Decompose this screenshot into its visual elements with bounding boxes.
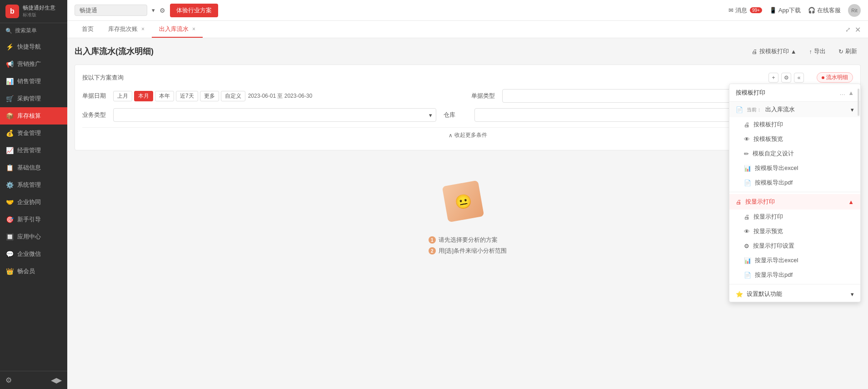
- template-export-excel-label: 按模板导出excel: [755, 164, 798, 172]
- chevron-up-icon: ∧: [449, 132, 453, 139]
- sidebar-item-purchase[interactable]: 🛒 采购管理: [0, 90, 67, 107]
- tabs-expand-icon[interactable]: ⤢: [845, 26, 851, 33]
- date-range-text: 2023-06-01 至 2023-06-30: [248, 92, 312, 100]
- display-print-header-icon: 🖨: [736, 199, 742, 205]
- sidebar-item-finance[interactable]: 💰 资金管理: [0, 125, 67, 142]
- sidebar-label-purchase: 采购管理: [17, 95, 41, 103]
- filter-settings-btn[interactable]: ⚙: [781, 73, 791, 83]
- sidebar-item-quick-nav[interactable]: ⚡ 快捷导航: [0, 38, 67, 55]
- dropdown-template-export-pdf[interactable]: 📄 按模板导出pdf: [729, 175, 860, 190]
- current-dropdown-arrow[interactable]: ▾: [851, 106, 854, 113]
- empty-face-icon: 😐: [454, 192, 473, 211]
- refresh-icon: ↻: [838, 48, 843, 55]
- date-quick-this-month[interactable]: 本月: [134, 91, 153, 101]
- template-excel-icon: 📊: [744, 165, 751, 172]
- tab-batch-close[interactable]: ×: [141, 26, 145, 32]
- dropdown-template-preview[interactable]: 👁 按模板预览: [729, 132, 860, 146]
- date-quick-last-month[interactable]: 上月: [113, 91, 132, 101]
- dropdown-up-icon[interactable]: ▲: [848, 90, 854, 96]
- topbar-left: ▾ ⚙ 体验行业方案: [75, 4, 218, 17]
- dropdown-display-preview[interactable]: 👁 按显示预览: [729, 224, 860, 239]
- display-pdf-icon: 📄: [744, 272, 751, 279]
- add-icon: +: [772, 75, 775, 81]
- search-label: 搜索菜单: [15, 27, 37, 35]
- date-range: 2023-06-01 至 2023-06-30: [248, 92, 312, 100]
- dropdown-display-print-settings[interactable]: ⚙ 按显示打印设置: [729, 239, 860, 253]
- sidebar-label-marketing: 营销推广: [17, 60, 41, 68]
- tab-flow-close[interactable]: ×: [192, 26, 195, 32]
- user-name: Rit: [851, 8, 857, 13]
- sidebar-item-sales[interactable]: 📊 销售管理: [0, 73, 67, 90]
- sidebar-item-wechat[interactable]: 💬 企业微信: [0, 245, 67, 263]
- dropdown-template-customize[interactable]: ✏ 模板自定义设计: [729, 146, 860, 161]
- collapse-sidebar-icon[interactable]: ◀▶: [51, 376, 62, 384]
- sidebar-label-operation: 经营管理: [17, 146, 41, 155]
- system-icon: ⚙️: [5, 181, 14, 189]
- tab-batch[interactable]: 库存批次账 ×: [101, 21, 152, 38]
- filter-add-btn[interactable]: +: [768, 73, 778, 83]
- current-value: 出入库流水: [765, 105, 795, 114]
- empty-tip-2: 2 用[选]条件来缩小分析范围: [429, 247, 507, 255]
- filter-tag[interactable]: 流水明细: [817, 72, 853, 83]
- dropdown-template-export-excel[interactable]: 📊 按模板导出excel: [729, 161, 860, 175]
- sidebar-item-inventory[interactable]: 📦 库存核算: [0, 107, 67, 125]
- dropdown-display-export-pdf[interactable]: 📄 按显示导出pdf: [729, 268, 860, 282]
- date-quick-more[interactable]: 更多: [200, 91, 219, 101]
- sidebar-item-collab[interactable]: 🤝 企业协同: [0, 194, 67, 211]
- app-download-btn[interactable]: 📱 App下载: [769, 6, 801, 15]
- breadcrumb-input[interactable]: [75, 5, 147, 16]
- dropdown-display-export-excel[interactable]: 📊 按显示导出excel: [729, 253, 860, 268]
- settings-bottom-icon[interactable]: ⚙: [5, 376, 12, 384]
- marketing-icon: 📢: [5, 60, 14, 68]
- date-quick-custom[interactable]: 自定义: [221, 91, 245, 101]
- breadcrumb-dropdown-btn[interactable]: ▾: [152, 7, 155, 14]
- date-quick-7days[interactable]: 近7天: [176, 91, 198, 101]
- user-avatar[interactable]: Rit: [848, 4, 861, 17]
- print-template-btn[interactable]: 🖨 按模板打印 ▲: [748, 45, 800, 57]
- sidebar-logo: b 畅捷通好生意 标准版: [0, 0, 67, 23]
- sidebar-label-inventory: 库存核算: [17, 112, 41, 120]
- export-btn[interactable]: ↑ 导出: [806, 45, 830, 57]
- sidebar-item-member[interactable]: 👑 畅会员: [0, 263, 67, 280]
- app-center-icon: 🔲: [5, 233, 14, 240]
- filter-collapse-btn[interactable]: «: [794, 73, 804, 83]
- sidebar-search[interactable]: 🔍 搜索菜单: [0, 23, 67, 38]
- wechat-icon: 💬: [5, 250, 14, 258]
- tab-home[interactable]: 首页: [75, 21, 101, 38]
- scrollbar-thumb: [858, 89, 859, 116]
- sidebar-item-guide[interactable]: 🎯 新手引导: [0, 211, 67, 228]
- dropdown-scrollbar[interactable]: [858, 89, 859, 297]
- business-select[interactable]: ▾: [113, 108, 436, 122]
- dropdown-more-icon[interactable]: …: [839, 90, 845, 96]
- refresh-btn[interactable]: ↻ 刷新: [835, 45, 861, 57]
- app-name-block: 畅捷通好生意 标准版: [23, 5, 55, 18]
- basic-icon: 📋: [5, 164, 14, 171]
- display-preview-icon: 👁: [744, 228, 750, 235]
- sidebar-item-operation[interactable]: 📈 经营管理: [0, 142, 67, 159]
- tab-flow[interactable]: 出入库流水 ×: [152, 21, 203, 38]
- online-service-btn[interactable]: 🎧 在线客服: [808, 6, 841, 15]
- template-preview-label: 按模板预览: [753, 135, 783, 143]
- dropdown-display-print-header[interactable]: 🖨 按显示打印 ▲: [729, 194, 860, 209]
- trial-industry-btn[interactable]: 体验行业方案: [170, 4, 218, 17]
- tabs-close-all-icon[interactable]: ✕: [855, 25, 861, 34]
- app-logo-icon: b: [5, 5, 19, 18]
- message-icon: ✉: [728, 7, 733, 14]
- date-quick-this-year[interactable]: 本年: [155, 91, 174, 101]
- sidebar-item-app-center[interactable]: 🔲 应用中心: [0, 228, 67, 245]
- current-text: 当前：: [747, 106, 762, 113]
- display-print-settings-icon: ⚙: [744, 243, 749, 249]
- dropdown-display-print[interactable]: 🖨 按显示打印: [729, 209, 860, 224]
- sidebar-item-basic[interactable]: 📋 基础信息: [0, 159, 67, 176]
- display-print-collapse-icon[interactable]: ▲: [848, 199, 854, 205]
- collapse-text: 收起更多条件: [454, 131, 487, 139]
- dropdown-set-default[interactable]: ⭐ 设置默认功能 ▾: [729, 286, 860, 302]
- online-service-label: 在线客服: [817, 6, 841, 15]
- sidebar-item-system[interactable]: ⚙️ 系统管理: [0, 176, 67, 194]
- business-dropdown-arrow: ▾: [429, 112, 432, 119]
- dropdown-template-print[interactable]: 🖨 按模板打印: [729, 117, 860, 132]
- topbar-gear-btn[interactable]: ⚙: [160, 7, 165, 14]
- sidebar-item-marketing[interactable]: 📢 营销推广: [0, 55, 67, 73]
- sidebar-label-finance: 资金管理: [17, 129, 41, 137]
- message-btn[interactable]: ✉ 消息 99+: [728, 6, 762, 15]
